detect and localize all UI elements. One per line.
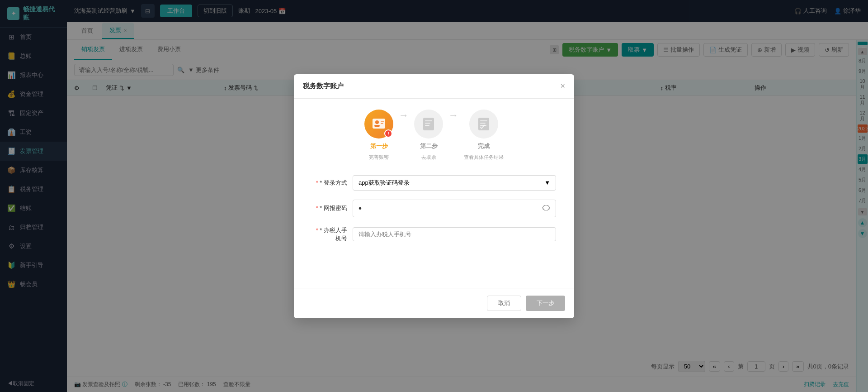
svg-point-1 [375, 120, 379, 124]
modal-footer: 取消 下一步 [294, 288, 574, 318]
password-label: * * 网报密码 [312, 204, 353, 212]
step-arrow-2: → [443, 110, 464, 136]
password-dots: • [359, 203, 363, 214]
svg-rect-9 [478, 118, 489, 130]
login-method-select[interactable]: app获取验证码登录 ▼ [353, 175, 556, 191]
phone-row: * * 办税人手机号 [312, 226, 556, 243]
login-method-row: * * 登录方式 app获取验证码登录 ▼ [312, 175, 556, 191]
tax-account-modal: 税务数字账户 × [294, 74, 574, 318]
step-1-desc: 完善账密 [369, 154, 389, 161]
step-2-icon [414, 110, 443, 139]
step-3: 完成 查看具体任务结果 [464, 110, 504, 161]
password-toggle-icon[interactable] [542, 205, 550, 212]
step-2-label: 第二步 [420, 142, 438, 150]
svg-rect-7 [425, 123, 430, 124]
modal-body: ! 第一步 完善账密 → [294, 99, 574, 288]
phone-label: * * 办税人手机号 [312, 226, 353, 243]
svg-rect-8 [425, 125, 429, 126]
step-1-icon: ! [364, 110, 393, 139]
svg-rect-10 [480, 120, 487, 121]
steps-indicator: ! 第一步 完善账密 → [312, 110, 556, 161]
cancel-button[interactable]: 取消 [487, 296, 521, 311]
svg-rect-11 [480, 123, 486, 124]
step-1: ! 第一步 完善账密 [364, 110, 393, 161]
modal-close-button[interactable]: × [560, 81, 565, 91]
password-row: * * 网报密码 • [312, 200, 556, 217]
svg-rect-2 [374, 125, 380, 127]
step-arrow-1: → [393, 110, 414, 136]
step-3-icon [469, 110, 498, 139]
password-field[interactable]: • [353, 200, 556, 217]
modal-header: 税务数字账户 × [294, 74, 574, 99]
phone-input[interactable] [353, 227, 556, 241]
login-method-label: * * 登录方式 [312, 179, 353, 187]
step-3-label: 完成 [478, 142, 490, 150]
login-method-value: app获取验证码登录 [359, 179, 410, 187]
svg-rect-5 [423, 118, 434, 130]
svg-rect-4 [381, 123, 383, 124]
modal-title: 税务数字账户 [303, 82, 344, 91]
next-button[interactable]: 下一步 [526, 296, 565, 311]
form-spacer [312, 252, 556, 279]
step-1-label: 第一步 [370, 142, 388, 150]
modal-overlay: 税务数字账户 × [0, 0, 868, 392]
step-3-desc: 查看具体任务结果 [464, 154, 504, 161]
step-2: 第二步 去取票 [414, 110, 443, 161]
svg-rect-3 [381, 121, 384, 122]
modal-form: * * 登录方式 app获取验证码登录 ▼ * * 网报密码 • [312, 175, 556, 243]
step-1-badge: ! [384, 129, 392, 138]
svg-rect-12 [480, 125, 486, 126]
svg-rect-6 [425, 120, 432, 121]
select-chevron-icon: ▼ [544, 179, 550, 186]
step-2-desc: 去取票 [421, 154, 436, 161]
